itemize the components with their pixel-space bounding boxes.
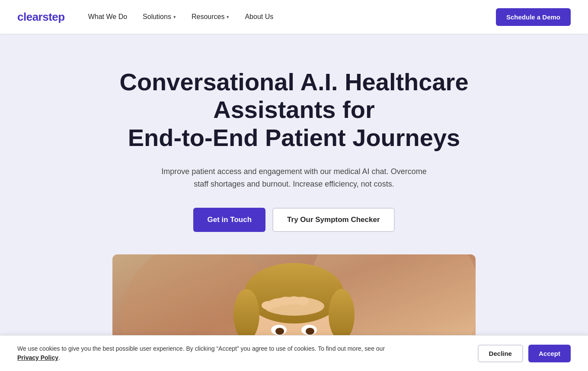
chevron-down-icon: ▾: [173, 14, 176, 20]
svg-point-6: [329, 289, 355, 341]
get-in-touch-button[interactable]: Get in Touch: [193, 208, 265, 232]
decline-button[interactable]: Decline: [478, 345, 523, 362]
nav-link-about-us[interactable]: About Us: [239, 10, 279, 24]
nav-link-resources[interactable]: Resources ▾: [185, 10, 235, 24]
cookie-text: We use cookies to give you the best poss…: [17, 344, 389, 362]
svg-point-17: [297, 297, 309, 305]
svg-point-5: [233, 289, 259, 341]
cookie-buttons: Decline Accept: [478, 345, 571, 362]
navbar: clearstep What We Do Solutions ▾ Resourc…: [0, 0, 588, 34]
nav-link-what-we-do[interactable]: What We Do: [82, 10, 133, 24]
nav-links: What We Do Solutions ▾ Resources ▾ About…: [82, 10, 280, 24]
try-symptom-checker-button[interactable]: Try Our Symptom Checker: [272, 208, 394, 232]
logo[interactable]: clearstep: [17, 10, 65, 24]
hero-section: Conversational A.I. Healthcare Assistant…: [0, 34, 588, 371]
accept-button[interactable]: Accept: [528, 345, 571, 362]
nav-link-solutions[interactable]: Solutions ▾: [137, 10, 182, 24]
nav-left: clearstep What We Do Solutions ▾ Resourc…: [17, 10, 279, 24]
hero-buttons: Get in Touch Try Our Symptom Checker: [9, 208, 579, 232]
hero-subtitle: Improve patient access and engagement wi…: [156, 165, 432, 190]
chevron-down-icon: ▾: [227, 14, 229, 20]
cookie-banner: We use cookies to give you the best poss…: [0, 335, 588, 371]
svg-point-10: [306, 328, 314, 335]
privacy-policy-link[interactable]: Privacy Policy: [17, 354, 58, 361]
hero-title: Conversational A.I. Healthcare Assistant…: [99, 68, 489, 152]
svg-point-9: [275, 328, 284, 335]
schedule-demo-button[interactable]: Schedule a Demo: [496, 8, 571, 26]
